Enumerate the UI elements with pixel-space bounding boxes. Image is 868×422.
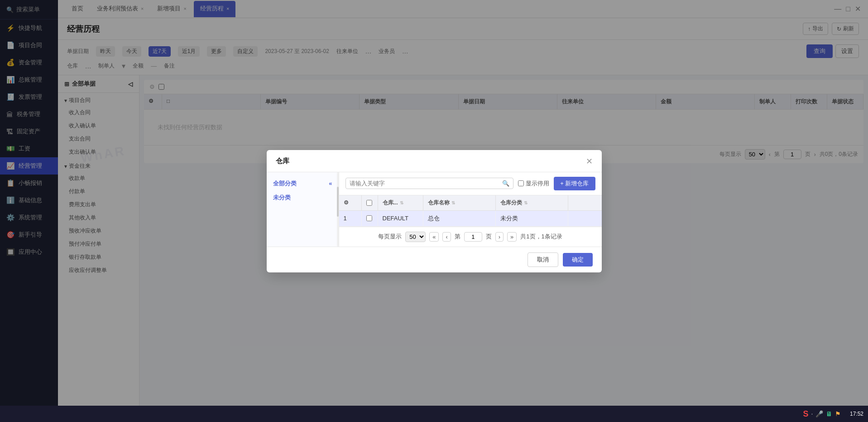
search-icon: 🔍 [502, 180, 509, 187]
dialog-page-label: 第 [455, 233, 460, 241]
s-icon: S [803, 409, 809, 419]
dialog-th-category: 仓库分类 ⇅ [496, 195, 568, 210]
warehouse-search-input[interactable] [350, 180, 503, 187]
dialog-th-settings: ⚙ [339, 195, 362, 210]
flag-icon: ⚑ [835, 410, 841, 417]
td-checkbox [362, 211, 378, 226]
dialog-th-code: 仓库... ⇅ [378, 195, 423, 210]
dialog-header: 仓库 ✕ [267, 150, 602, 172]
td-name: 总仓 [423, 211, 496, 226]
add-warehouse-button[interactable]: + 新增仓库 [554, 177, 595, 190]
dialog-th-name: 仓库名称 ⇅ [423, 195, 496, 210]
scroll-thumb [337, 187, 339, 217]
dialog-th-checkbox [362, 195, 378, 210]
dialog-select-all[interactable] [366, 200, 372, 206]
td-index: 1 [339, 211, 362, 226]
td-code: DEFAULT [378, 211, 423, 226]
taskbar-icons: S · 🎤 🖥 ⚑ [803, 409, 841, 419]
taskbar: S · 🎤 🖥 ⚑ 17:52 [0, 406, 868, 422]
dialog-title: 仓库 [276, 157, 289, 165]
dialog-table-header: ⚙ 仓库... ⇅ 仓库名称 ⇅ [339, 195, 602, 211]
warehouse-dialog: 仓库 ✕ 全部分类 « 未分类 [267, 150, 602, 272]
dialog-table: ⚙ 仓库... ⇅ 仓库名称 ⇅ [339, 195, 602, 227]
dialog-pagination: 每页显示 50 « ‹ 第 页 › » 共1页，1条记录 [339, 227, 602, 247]
sort-icon-name: ⇅ [451, 200, 455, 205]
dialog-last-btn[interactable]: » [507, 232, 517, 242]
mic-icon: 🎤 [815, 410, 823, 417]
sort-icon-code: ⇅ [400, 200, 403, 205]
sort-icon-category: ⇅ [524, 200, 528, 205]
row-checkbox[interactable] [366, 215, 372, 221]
dialog-page-size-select[interactable]: 50 [405, 232, 426, 242]
dialog-left-panel: 全部分类 « 未分类 [267, 172, 339, 247]
show-disabled-wrap: 显示停用 [518, 179, 549, 188]
dialog-right-toolbar: 🔍 显示停用 + 新增仓库 [339, 172, 602, 195]
td-category: 未分类 [496, 211, 568, 226]
cancel-button[interactable]: 取消 [528, 252, 558, 267]
dialog-first-btn[interactable]: « [429, 232, 439, 242]
dialog-page-unit: 页 [486, 233, 492, 241]
scroll-track [337, 172, 339, 247]
dialog-prev-btn[interactable]: ‹ [442, 232, 451, 242]
monitor-icon: 🖥 [826, 410, 832, 417]
dialog-left-item-uncategorized[interactable]: 未分类 [267, 190, 339, 205]
dot-icon: · [811, 411, 813, 417]
dialog-footer: 取消 确定 [267, 247, 602, 272]
taskbar-time: 17:52 [850, 411, 863, 417]
show-disabled-label: 显示停用 [526, 179, 549, 188]
dialog-close-button[interactable]: ✕ [586, 156, 593, 166]
show-disabled-checkbox[interactable] [518, 180, 524, 186]
dialog-next-btn[interactable]: › [495, 232, 504, 242]
dialog-left-all-btn[interactable]: 全部分类 « [267, 177, 339, 190]
confirm-button[interactable]: 确定 [563, 253, 593, 267]
dialog-body: 全部分类 « 未分类 🔍 显示停用 [267, 172, 602, 247]
dialog-collapse-icon[interactable]: « [329, 180, 332, 187]
table-row[interactable]: 1 DEFAULT 总仓 未分类 [339, 211, 602, 227]
dialog-all-label: 全部分类 [273, 179, 297, 188]
search-input-wrap: 🔍 [345, 178, 514, 189]
dialog-page-input[interactable] [464, 232, 482, 242]
per-page-label: 每页显示 [378, 233, 402, 241]
dialog-total: 共1页，1条记录 [520, 233, 562, 241]
modal-overlay: 仓库 ✕ 全部分类 « 未分类 [0, 0, 868, 422]
dialog-right-panel: 🔍 显示停用 + 新增仓库 ⚙ [339, 172, 602, 247]
